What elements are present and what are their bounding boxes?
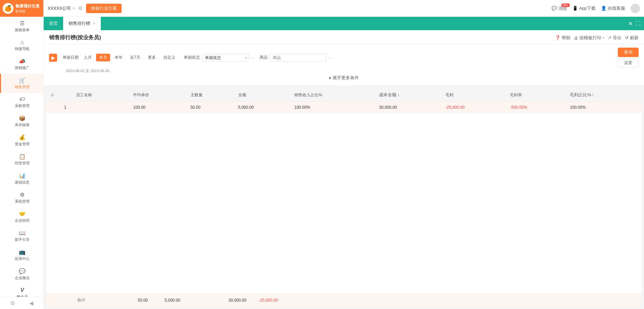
cell-cost: 30,000.00 — [375, 102, 441, 113]
filter-expand-btn[interactable]: ▶ — [49, 54, 57, 62]
settings-bottom-icon[interactable]: ⚙ — [10, 300, 15, 306]
page-title: 销售排行榜(按业务员) — [49, 34, 101, 41]
footer-cost: 30,000.00 — [228, 298, 259, 303]
more-conditions-btn[interactable]: ▾ 展开更多条件 — [329, 75, 359, 81]
sidebar-item-finance[interactable]: 💰 资金管理 — [0, 131, 43, 150]
table-empty-space — [46, 113, 641, 294]
message-btn[interactable]: 💬 消息 99+ — [552, 5, 567, 11]
sidebar-item-member[interactable]: V 畅会员 — [0, 284, 43, 297]
sidebar-item-app-center[interactable]: 📺 应用中心 — [0, 246, 43, 265]
sidebar: 🍊 畅康通好生意 标准版 ☰ 搜索菜单 ⌂ 快捷导航 📣 营销推广 🛒 销售管理… — [0, 0, 44, 309]
sidebar-item-operations[interactable]: 📋 经营管理 — [0, 150, 43, 169]
tab-sales-ranking[interactable]: 销售排行榜 × — [63, 17, 101, 30]
sidebar-item-sales[interactable]: 🛒 销售管理 — [0, 74, 43, 93]
date-btn-more[interactable]: 更多 — [145, 54, 159, 61]
home-icon: ⌂ — [20, 39, 24, 45]
col-settings-icon[interactable]: ⚙ — [50, 93, 54, 98]
company-name: XXXXX公司 — [48, 5, 71, 11]
avatar[interactable] — [631, 4, 640, 13]
footer-amount: 5,000.00 — [165, 298, 195, 303]
maximize-icon[interactable]: ⛶ — [635, 20, 641, 27]
settings-btn[interactable]: 设置 — [618, 58, 639, 67]
date-btn-this-month[interactable]: 本月 — [96, 54, 110, 61]
app-download-btn[interactable]: 📱 App下载 — [572, 5, 596, 11]
sidebar-item-label: 营销推广 — [15, 65, 30, 70]
help-label: 帮助 — [562, 35, 570, 41]
date-filter: 单据日期 上月 本月 本年 近7天 更多 自定义 — [62, 54, 178, 61]
sidebar-item-label: 应用中心 — [15, 256, 30, 261]
expand-down-icon: ▾ — [329, 75, 331, 81]
print-btn[interactable]: 🖨 按模板打印 ▾ — [574, 35, 604, 41]
filter-actions: 查询 设置 — [618, 48, 639, 67]
status-filter: 单据状态 单据状态 ··· — [184, 54, 254, 62]
sidebar-item-label: 资金管理 — [15, 142, 30, 147]
date-btn-custom[interactable]: 自定义 — [160, 54, 178, 61]
sidebar-item-label: 采购管理 — [15, 103, 30, 108]
col-avg-price: 平均单价 — [129, 89, 186, 102]
print-arrow-icon: ▾ — [603, 36, 604, 40]
col-employee: 员工名称 — [72, 89, 129, 102]
print-label: 按模板打印 — [579, 35, 601, 41]
purchase-icon: 🏷 — [19, 96, 25, 102]
app-download-label: App下载 — [579, 5, 596, 11]
tab-close-icon[interactable]: × — [93, 21, 95, 26]
sidebar-item-purchase[interactable]: 🏷 采购管理 — [0, 93, 43, 112]
col-rank — [58, 89, 72, 102]
status-more-icon: ··· — [251, 55, 254, 60]
tab-home[interactable]: 首页 — [44, 17, 63, 30]
company-selector[interactable]: XXXXX公司 ▾ — [48, 5, 75, 11]
cell-gross: -25,000.00 — [441, 102, 506, 113]
footer-main-qty: 50.00 — [138, 298, 165, 303]
date-btn-last-month[interactable]: 上月 — [81, 54, 95, 61]
sidebar-item-cooperation[interactable]: 🤝 企业协同 — [0, 207, 43, 226]
print-icon: 🖨 — [574, 35, 578, 40]
cell-settings — [46, 102, 58, 113]
search-menu-icon: ☰ — [20, 20, 25, 27]
sidebar-item-quick-nav[interactable]: ⌂ 快捷导航 — [0, 36, 43, 55]
ratio-info-icon: ℹ — [592, 93, 594, 97]
sidebar-item-marketing[interactable]: 📣 营销推广 — [0, 55, 43, 74]
sidebar-item-label: 系统管理 — [15, 199, 30, 204]
col-gross-ratio: 毛利占比% ℹ — [566, 89, 641, 102]
sidebar-item-wechat[interactable]: 💬 企业微信 — [0, 265, 43, 284]
date-buttons: 上月 本月 本年 近7天 更多 自定义 — [81, 54, 178, 61]
cell-gross-ratio: 100.00% — [566, 102, 641, 113]
trial-btn[interactable]: 体验行业方案 — [86, 4, 122, 13]
collapse-icon[interactable]: ◀ — [29, 300, 33, 306]
sidebar-item-search[interactable]: ☰ 搜索菜单 — [0, 17, 43, 36]
guide-icon: 📖 — [19, 230, 26, 236]
system-icon: ⚙ — [20, 192, 25, 198]
logo-text: 畅康通好生意 标准版 — [15, 3, 40, 14]
sidebar-item-basic-info[interactable]: 📊 基础信息 — [0, 169, 43, 188]
table-footer: 合计 50.00 5,000.00 30,000.00 -25,000.00 — [46, 294, 641, 306]
cell-sales-ratio: 100.00% — [290, 102, 375, 113]
date-btn-7days[interactable]: 近7天 — [127, 54, 143, 61]
footer-label: 合计 — [77, 297, 111, 303]
date-btn-this-year[interactable]: 本年 — [112, 54, 126, 61]
sidebar-item-label: 快捷导航 — [15, 46, 30, 51]
tabbar: 首页 销售排行榜 × ✕ ⛶ — [44, 17, 644, 30]
operations-icon: 📋 — [19, 153, 26, 160]
online-service-btn[interactable]: 👤 在线客服 — [601, 5, 625, 11]
col-gross-rate: 毛利率 — [506, 89, 566, 102]
sidebar-item-guide[interactable]: 📖 新手引导 — [0, 226, 43, 246]
goods-input[interactable] — [270, 54, 326, 62]
basic-info-icon: 📊 — [19, 172, 26, 179]
query-btn[interactable]: 查询 — [618, 48, 639, 57]
topbar-settings-icon[interactable]: ⚙ — [78, 5, 83, 11]
close-window-icon[interactable]: ✕ — [628, 20, 633, 27]
cell-rank: 1 — [58, 102, 72, 113]
export-btn[interactable]: ↗ 导出 — [608, 35, 621, 41]
sidebar-item-system[interactable]: ⚙ 系统管理 — [0, 188, 43, 207]
cooperation-icon: 🤝 — [19, 211, 26, 217]
sidebar-navigation: ☰ 搜索菜单 ⌂ 快捷导航 📣 营销推广 🛒 销售管理 🏷 采购管理 📦 库存核… — [0, 17, 43, 297]
sidebar-item-label: 企业协同 — [15, 218, 30, 223]
refresh-btn[interactable]: ↺ 刷新 — [625, 35, 639, 41]
status-filter-label: 单据状态 — [184, 55, 200, 60]
export-label: 导出 — [613, 35, 621, 41]
more-conditions-label: 展开更多条件 — [333, 75, 359, 81]
help-btn[interactable]: ❓ 帮助 — [555, 35, 570, 41]
goods-filter-label: 商品 — [260, 55, 268, 60]
status-select[interactable]: 单据状态 — [202, 54, 249, 62]
sidebar-item-inventory[interactable]: 📦 库存核算 — [0, 112, 43, 131]
